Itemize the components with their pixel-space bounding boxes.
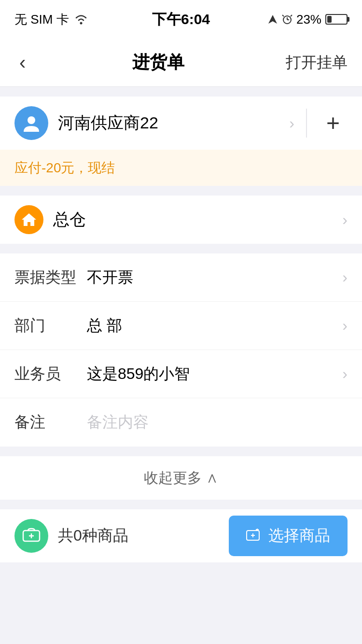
remark-row[interactable]: 备注 备注内容 — [0, 398, 362, 447]
battery-percent: 23% — [296, 12, 321, 27]
person-icon — [22, 113, 41, 133]
notice-banner: 应付-20元，现结 — [0, 150, 362, 186]
supplier-divider — [306, 109, 307, 138]
svg-point-0 — [80, 22, 82, 25]
invoice-row[interactable]: 票据类型 不开票 › — [0, 253, 362, 302]
invoice-value: 不开票 — [82, 267, 342, 288]
open-pending-button[interactable]: 打开挂单 — [286, 52, 348, 73]
supplier-avatar — [14, 106, 48, 140]
product-count: 共0种商品 — [58, 525, 229, 546]
warehouse-chevron-icon: › — [342, 211, 348, 229]
warehouse-name: 总仓 — [53, 209, 342, 231]
status-bar: 无 SIM 卡 下午6:04 23% — [0, 0, 362, 39]
form-section: 票据类型 不开票 › 部门 总 部 › 业务员 这是859的小智 › 备注 备注… — [0, 253, 362, 447]
status-right: 23% — [267, 12, 348, 27]
nav-bar: ‹ 进货单 打开挂单 — [0, 39, 362, 87]
remark-label: 备注 — [14, 412, 82, 433]
collapse-row[interactable]: 收起更多 ∧ — [0, 456, 362, 500]
section-gap-1 — [0, 87, 362, 97]
salesman-row[interactable]: 业务员 这是859的小智 › — [0, 350, 362, 398]
salesman-chevron-icon: › — [342, 365, 348, 383]
svg-point-4 — [28, 116, 35, 124]
department-value: 总 部 — [82, 315, 342, 336]
select-product-label: 选择商品 — [268, 525, 330, 546]
warehouse-section[interactable]: 总仓 › — [0, 196, 362, 244]
salesman-label: 业务员 — [14, 364, 82, 385]
department-chevron-icon: › — [342, 317, 348, 335]
supplier-chevron-icon: › — [289, 114, 294, 132]
plus-icon: + — [326, 112, 340, 135]
remark-placeholder: 备注内容 — [82, 412, 348, 433]
supplier-name: 河南供应商22 — [58, 112, 289, 134]
select-product-icon — [246, 529, 263, 543]
select-product-button[interactable]: 选择商品 — [229, 516, 348, 556]
warehouse-icon — [14, 205, 43, 234]
cart-icon — [22, 528, 41, 544]
invoice-label: 票据类型 — [14, 267, 82, 288]
back-button[interactable]: ‹ — [14, 47, 30, 78]
invoice-chevron-icon: › — [342, 268, 348, 286]
status-left: 无 SIM 卡 — [14, 11, 88, 28]
page-rest — [0, 562, 362, 644]
page-title: 进货单 — [132, 51, 184, 74]
supplier-section[interactable]: 河南供应商22 › + — [0, 97, 362, 150]
department-label: 部门 — [14, 315, 82, 336]
battery-icon — [325, 14, 348, 25]
notice-text: 应付-20元，现结 — [14, 160, 115, 175]
status-time: 下午6:04 — [152, 10, 210, 29]
department-row[interactable]: 部门 总 部 › — [0, 302, 362, 350]
location-icon — [267, 14, 278, 25]
salesman-value: 这是859的小智 — [82, 364, 342, 385]
wifi-icon — [74, 14, 88, 25]
carrier-text: 无 SIM 卡 — [14, 11, 69, 28]
home-icon — [21, 212, 37, 227]
product-icon — [14, 519, 48, 553]
alarm-icon — [282, 14, 292, 25]
add-supplier-button[interactable]: + — [319, 109, 348, 138]
bottom-bar: 共0种商品 选择商品 — [0, 509, 362, 562]
collapse-label: 收起更多 ∧ — [144, 468, 218, 488]
